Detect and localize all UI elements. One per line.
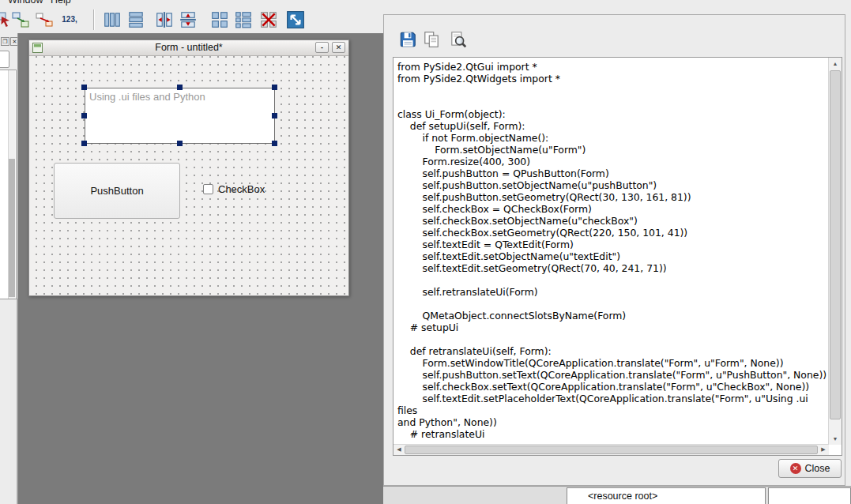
scroll-right-icon[interactable]: ▶	[818, 445, 829, 455]
code-vertical-scrollbar[interactable]: ▲ ▼	[828, 58, 842, 445]
form-minimize-button[interactable]: -	[315, 42, 329, 53]
adjust-size-button[interactable]	[286, 10, 305, 29]
close-circle-icon: ✕	[790, 463, 801, 474]
edit-tab-order-button[interactable]: 123,	[60, 10, 79, 29]
textedit-widget[interactable]: Using .ui files and Python	[85, 88, 275, 144]
selection-handle-bottom-right[interactable]	[272, 141, 277, 146]
layout-vertical-icon	[126, 10, 145, 29]
scroll-up-icon[interactable]: ▲	[829, 58, 842, 70]
layout-splitter-horizontal-button[interactable]	[155, 10, 174, 29]
view-code-dialog: from PySide2.QtGui import * from PySide2…	[383, 14, 845, 486]
layout-form-button[interactable]	[234, 10, 253, 29]
edit-buddies-button[interactable]	[35, 10, 54, 29]
menubar: Window Help	[0, 0, 851, 6]
layout-splitter-horizontal-icon	[155, 10, 174, 29]
break-layout-button[interactable]	[259, 10, 278, 29]
widgetbox-panel	[0, 70, 17, 299]
layout-grid-icon	[210, 10, 229, 29]
layout-horizontal-icon	[103, 10, 122, 29]
form-window-titlebar[interactable]: Form - untitled* - ✕	[29, 40, 348, 56]
adjust-size-icon	[286, 10, 305, 29]
selection-handle-top-right[interactable]	[272, 85, 277, 90]
save-icon	[398, 30, 417, 49]
layout-grid-button[interactable]	[210, 10, 229, 29]
checkbox-widget[interactable]: CheckBox	[203, 183, 265, 195]
layout-form-icon	[234, 10, 253, 29]
pushbutton-widget[interactable]: PushButton	[54, 163, 180, 219]
selection-handle-bottom-left[interactable]	[81, 141, 87, 146]
checkbox-box[interactable]	[203, 184, 213, 194]
save-button[interactable]	[398, 30, 417, 49]
find-button[interactable]	[449, 30, 468, 49]
form-designer-window[interactable]: Form - untitled* - ✕ Using .ui files and…	[28, 39, 349, 296]
dock-close-icon: ✕	[13, 39, 17, 44]
close-dialog-button[interactable]: ✕ Close	[778, 459, 842, 478]
menu-window[interactable]: Window	[8, 0, 43, 6]
edit-signals-slots-icon	[11, 10, 30, 29]
code-text[interactable]: from PySide2.QtGui import * from PySide2…	[393, 58, 829, 445]
selection-handle-mid-right[interactable]	[272, 113, 277, 118]
scroll-left-icon[interactable]: ◀	[393, 445, 405, 455]
edit-tab-order-icon: 123,	[60, 10, 79, 29]
widgetbox-filter-input[interactable]	[0, 51, 9, 68]
layout-vertical-button[interactable]	[126, 10, 145, 29]
selection-handle-mid-left[interactable]	[81, 113, 87, 118]
horizontal-scrollbar-thumb[interactable]	[405, 446, 818, 454]
resource-editor-strip: <resource root>	[383, 486, 851, 504]
form-close-button[interactable]: ✕	[332, 42, 345, 53]
scroll-down-icon[interactable]: ▼	[829, 433, 842, 445]
resource-list-panel	[768, 487, 851, 504]
resource-root-item[interactable]: <resource root>	[588, 491, 657, 502]
edit-buddies-icon	[35, 10, 54, 29]
layout-splitter-vertical-icon	[179, 10, 198, 29]
break-layout-icon	[259, 10, 278, 29]
copy-icon	[422, 30, 441, 49]
resource-tree-panel: <resource root>	[567, 487, 766, 504]
code-view-frame: from PySide2.QtGui import * from PySide2…	[393, 57, 842, 456]
code-horizontal-scrollbar[interactable]: ◀ ▶	[393, 444, 829, 455]
close-button-label: Close	[805, 463, 830, 474]
widgetbox-scrollbar[interactable]	[8, 70, 15, 299]
vertical-scrollbar-thumb[interactable]	[830, 70, 841, 419]
selection-handle-top-left[interactable]	[81, 85, 87, 90]
layout-horizontal-button[interactable]	[103, 10, 122, 29]
dock-float-icon: ❐	[2, 39, 7, 44]
menu-help[interactable]: Help	[51, 0, 71, 6]
find-icon	[449, 30, 468, 49]
left-dock-lower-panel	[0, 299, 17, 504]
edit-signals-slots-button[interactable]	[11, 10, 30, 29]
pushbutton-label: PushButton	[90, 185, 143, 197]
layout-splitter-vertical-button[interactable]	[179, 10, 198, 29]
toolbar-separator	[93, 9, 95, 30]
widgetbox-scrollbar-thumb[interactable]	[9, 159, 15, 297]
mdi-workspace: Form - untitled* - ✕ Using .ui files and…	[17, 33, 384, 504]
form-window-title: Form - untitled*	[29, 42, 348, 53]
copy-button[interactable]	[422, 30, 441, 49]
selection-handle-bottom-center[interactable]	[177, 141, 183, 146]
checkbox-label: CheckBox	[218, 183, 265, 195]
dock-float-button[interactable]: ❐	[1, 37, 9, 46]
form-canvas[interactable]: Using .ui files and Python PushButton Ch…	[29, 56, 348, 295]
selection-handle-top-center[interactable]	[177, 85, 183, 90]
